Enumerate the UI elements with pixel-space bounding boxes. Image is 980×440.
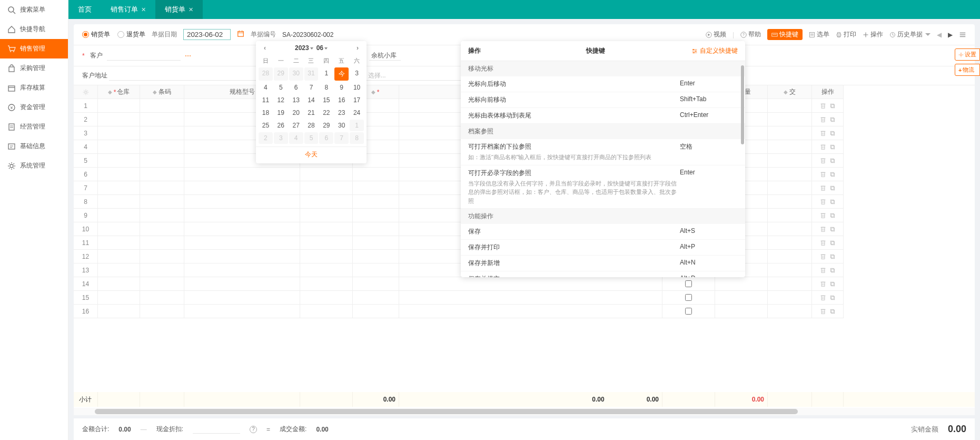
day-cell[interactable]: 24 xyxy=(350,107,364,119)
horizontal-scrollbar[interactable] xyxy=(74,408,975,415)
cell-deliver[interactable] xyxy=(768,291,812,305)
day-cell[interactable]: 30 xyxy=(334,120,349,131)
cell-req[interactable] xyxy=(353,209,399,222)
cell-warehouse[interactable] xyxy=(98,209,140,222)
cell-deliver[interactable] xyxy=(768,168,812,181)
day-cell[interactable]: 12 xyxy=(274,94,288,106)
cell-deliver[interactable] xyxy=(768,113,812,126)
copy-icon[interactable] xyxy=(829,103,836,109)
discount-input[interactable] xyxy=(193,425,240,434)
day-cell[interactable]: 6 xyxy=(289,82,303,93)
logistics-button[interactable]: +物流 xyxy=(955,64,980,76)
next-month-button[interactable]: › xyxy=(353,44,362,52)
sidebar-item-nav[interactable]: 快捷导航 xyxy=(0,19,68,39)
day-cell[interactable]: 11 xyxy=(259,94,273,106)
day-cell[interactable]: 3 xyxy=(350,67,364,81)
delete-icon[interactable] xyxy=(820,103,826,109)
cell-gift[interactable] xyxy=(662,277,715,291)
delete-icon[interactable] xyxy=(820,281,826,287)
cell-warehouse[interactable] xyxy=(98,291,140,305)
gift-checkbox[interactable] xyxy=(685,294,692,301)
sidebar-item-purchase[interactable]: 采购管理 xyxy=(0,58,68,78)
print-button[interactable]: 打印 xyxy=(836,30,856,39)
cell-barcode[interactable] xyxy=(140,277,184,291)
delete-icon[interactable] xyxy=(820,130,826,136)
cell-warehouse[interactable] xyxy=(98,222,140,236)
gift-checkbox[interactable] xyxy=(685,308,692,315)
cell-barcode[interactable] xyxy=(140,113,184,126)
cell-barcode[interactable] xyxy=(140,209,184,222)
delete-icon[interactable] xyxy=(820,226,826,232)
cell-warehouse[interactable] xyxy=(98,168,140,181)
cell-gift[interactable] xyxy=(662,305,715,318)
month-select[interactable]: 06 xyxy=(316,44,328,52)
cell-deliver[interactable] xyxy=(768,195,812,209)
cell-deliver[interactable] xyxy=(768,222,812,236)
cell-deliver[interactable] xyxy=(768,277,812,291)
scrollbar-thumb[interactable] xyxy=(95,409,798,414)
day-cell-other[interactable]: 3 xyxy=(274,132,288,144)
cell-taxrate[interactable] xyxy=(300,277,353,291)
delete-icon[interactable] xyxy=(820,212,826,219)
cell-deliver[interactable] xyxy=(768,99,812,113)
sidebar-item-sales[interactable]: 销售管理 xyxy=(0,39,68,58)
cell-avail[interactable] xyxy=(715,277,768,291)
cell-req[interactable] xyxy=(353,263,399,277)
cell-taxrate[interactable] xyxy=(300,236,353,250)
cell-spec[interactable] xyxy=(184,250,300,263)
cell-warehouse[interactable] xyxy=(98,181,140,195)
day-cell[interactable]: 29 xyxy=(319,120,333,131)
sidebar-item-system[interactable]: 系统管理 xyxy=(0,156,68,175)
help-button[interactable]: ?帮助 xyxy=(740,30,761,39)
cell-barcode[interactable] xyxy=(140,168,184,181)
cell-req[interactable] xyxy=(353,222,399,236)
warehouse-input[interactable] xyxy=(369,51,401,61)
today-link[interactable]: 今天 xyxy=(256,146,367,160)
video-button[interactable]: 视频 xyxy=(706,30,726,39)
copy-icon[interactable] xyxy=(829,199,836,205)
copy-icon[interactable] xyxy=(829,308,836,315)
copy-icon[interactable] xyxy=(829,130,836,136)
cell-spec[interactable] xyxy=(184,291,300,305)
copy-icon[interactable] xyxy=(829,212,836,219)
cell-warehouse[interactable] xyxy=(98,195,140,209)
day-cell[interactable]: 7 xyxy=(304,82,319,93)
day-cell[interactable]: 28 xyxy=(304,120,319,131)
prev-month-button[interactable]: ‹ xyxy=(260,44,270,52)
day-cell-other[interactable]: 31 xyxy=(304,67,319,81)
cell-taxrate[interactable] xyxy=(300,181,353,195)
cell-deliver[interactable] xyxy=(768,140,812,154)
sidebar-item-manage[interactable]: 经营管理 xyxy=(0,117,68,136)
more-icon[interactable]: ⋯ xyxy=(185,52,192,60)
day-cell-other[interactable]: 4 xyxy=(289,132,303,144)
day-cell[interactable]: 18 xyxy=(259,107,273,119)
copy-icon[interactable] xyxy=(829,185,836,191)
day-cell[interactable]: 14 xyxy=(304,94,319,106)
cell-barcode[interactable] xyxy=(140,222,184,236)
operate-button[interactable]: 操作 xyxy=(863,30,883,39)
sidebar-item-inventory[interactable]: 库存核算 xyxy=(0,78,68,97)
copy-icon[interactable] xyxy=(829,295,836,301)
cell-barcode[interactable] xyxy=(140,250,184,263)
radio-return-note[interactable]: 退货单 xyxy=(117,30,145,39)
cell-deliver[interactable] xyxy=(768,154,812,168)
table-row[interactable]: 16 xyxy=(74,305,975,318)
day-cell[interactable]: 8 xyxy=(319,82,333,93)
cell-req[interactable] xyxy=(353,277,399,291)
table-row[interactable]: 14 xyxy=(74,277,975,291)
copy-icon[interactable] xyxy=(829,240,836,246)
cell-spec[interactable] xyxy=(184,181,300,195)
cell-req[interactable] xyxy=(353,195,399,209)
cell-deliver[interactable] xyxy=(768,263,812,277)
cell-req[interactable] xyxy=(353,181,399,195)
settings-button[interactable]: 设置 xyxy=(955,48,980,61)
cell-blank[interactable] xyxy=(399,277,662,291)
cell-spec[interactable] xyxy=(184,222,300,236)
cell-warehouse[interactable] xyxy=(98,263,140,277)
cell-taxrate[interactable] xyxy=(300,168,353,181)
day-cell-other[interactable]: 29 xyxy=(274,67,288,81)
sidebar-item-baseinfo[interactable]: 基础信息 xyxy=(0,136,68,156)
cell-barcode[interactable] xyxy=(140,181,184,195)
day-cell[interactable]: 16 xyxy=(334,94,349,106)
delete-icon[interactable] xyxy=(820,171,826,178)
